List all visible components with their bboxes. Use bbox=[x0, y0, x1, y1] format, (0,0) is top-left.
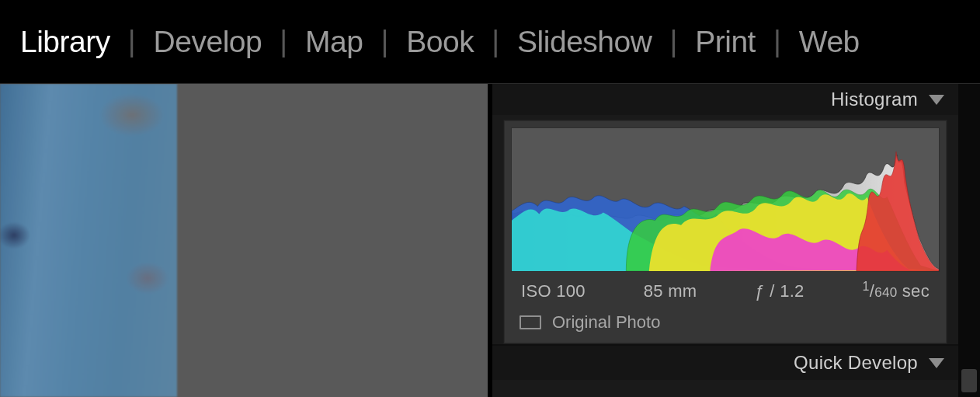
chevron-down-icon bbox=[929, 358, 944, 368]
histogram-panel: ISO 100 85 mm ƒ / 1.2 1/640 sec Original… bbox=[503, 120, 947, 344]
exposure-metadata: ISO 100 85 mm ƒ / 1.2 1/640 sec bbox=[504, 272, 947, 308]
panel-scrollbar[interactable] bbox=[958, 84, 980, 397]
meta-focal-length: 85 mm bbox=[644, 281, 697, 301]
module-tab-web[interactable]: Web bbox=[799, 25, 860, 59]
panel-header-quick-develop[interactable]: Quick Develop bbox=[492, 346, 958, 380]
module-tab-map[interactable]: Map bbox=[305, 25, 363, 59]
meta-iso: ISO 100 bbox=[521, 281, 586, 301]
panel-title-quick-develop: Quick Develop bbox=[794, 352, 918, 374]
module-tab-library[interactable]: Library bbox=[20, 25, 110, 59]
module-separator: | bbox=[381, 25, 388, 58]
chevron-down-icon bbox=[929, 95, 944, 105]
image-viewer[interactable] bbox=[0, 84, 488, 397]
original-photo-label: Original Photo bbox=[552, 312, 660, 333]
module-separator: | bbox=[492, 25, 499, 58]
module-separator: | bbox=[280, 25, 287, 58]
module-tab-print[interactable]: Print bbox=[695, 25, 756, 59]
panel-header-histogram[interactable]: Histogram bbox=[492, 84, 958, 115]
meta-shutter: 1/640 sec bbox=[863, 280, 930, 301]
panel-title-histogram: Histogram bbox=[831, 89, 918, 110]
photo-preview bbox=[0, 84, 177, 397]
module-separator: | bbox=[669, 25, 677, 58]
module-tab-develop[interactable]: Develop bbox=[154, 25, 262, 59]
meta-aperture: ƒ / 1.2 bbox=[755, 281, 804, 301]
module-tab-slideshow[interactable]: Slideshow bbox=[517, 25, 652, 59]
module-tabs: Library | Develop | Map | Book | Slidesh… bbox=[0, 0, 980, 83]
module-separator: | bbox=[128, 25, 136, 58]
original-photo-toggle[interactable]: Original Photo bbox=[504, 308, 947, 343]
module-tab-book[interactable]: Book bbox=[406, 25, 474, 59]
checkbox-icon[interactable] bbox=[520, 315, 541, 329]
module-separator: | bbox=[773, 25, 781, 58]
scrollbar-thumb[interactable] bbox=[961, 369, 977, 392]
histogram-chart[interactable] bbox=[511, 127, 940, 272]
